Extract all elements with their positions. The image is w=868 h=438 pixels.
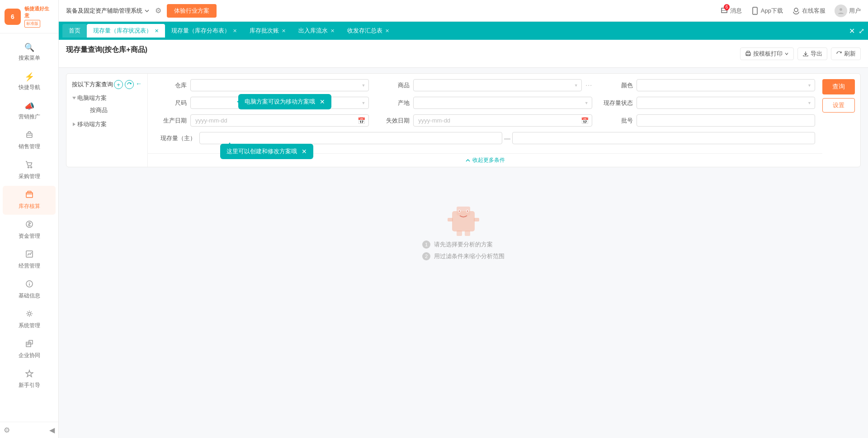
sidebar: 6 畅捷通好生意 标准版 🔍 搜索菜单 ⚡ 快捷导航 📣 营销推广 (0, 0, 59, 438)
scheme-add-btn[interactable]: + (114, 80, 123, 89)
megaphone-icon: 📣 (24, 101, 34, 111)
phone-icon (751, 7, 759, 15)
tab-batch-account[interactable]: 库存批次账 ✕ (243, 24, 292, 38)
topbar-actions: 按模板打印 导出 刷新 (740, 47, 861, 60)
close-all-tabs-icon[interactable]: ✕ (849, 27, 855, 35)
sidebar-item-quick-nav[interactable]: ⚡ 快捷导航 (3, 67, 56, 96)
scheme-group-pc: 电脑端方案 按商品 (66, 92, 147, 116)
triangle-icon-mobile (73, 122, 75, 126)
page-title: 现存量查询(按仓库+商品) (66, 45, 147, 55)
svg-point-30 (467, 211, 468, 212)
origin-select-wrapper (413, 97, 592, 109)
collapse-icon (465, 158, 471, 163)
stock-qty-max[interactable] (512, 132, 815, 144)
scheme-group-mobile-toggle[interactable]: 移动端方案 (66, 118, 147, 131)
template-print-btn[interactable]: 按模板打印 (740, 47, 794, 60)
batch-no-input[interactable] (637, 114, 815, 127)
produce-date-calendar-icon[interactable]: 📅 (358, 117, 365, 124)
scheme-back-btn[interactable]: ← (136, 80, 142, 89)
settings-gear-icon[interactable]: ⚙ (155, 6, 161, 15)
system-selector[interactable]: 装备及固定资产辅助管理系统 (66, 7, 150, 15)
tab-close-inventory-status[interactable]: ✕ (155, 28, 159, 34)
refresh-btn[interactable]: 刷新 (831, 47, 861, 60)
scheme-refresh-btn[interactable] (125, 80, 134, 89)
sidebar-item-search[interactable]: 🔍 搜索菜单 (3, 38, 56, 66)
tab-close-inventory-dist[interactable]: ✕ (233, 28, 237, 34)
tab-home[interactable]: 首页 (62, 24, 87, 38)
sidebar-settings-icon[interactable]: ⚙ (4, 426, 10, 434)
svg-rect-32 (474, 218, 479, 221)
svg-rect-23 (747, 51, 750, 52)
sidebar-item-marketing[interactable]: 📣 营销推广 (3, 97, 56, 125)
produce-date-field: 生产日期 📅 (155, 114, 369, 127)
produce-date-input[interactable] (190, 114, 369, 127)
online-service-item[interactable]: 在线客服 (792, 7, 826, 15)
info-icon (25, 280, 33, 290)
produce-date-wrapper: 📅 (190, 114, 369, 127)
stock-status-label: 现存量状态 (601, 99, 633, 107)
headset-icon (792, 7, 800, 15)
industry-btn[interactable]: 体验行业方案 (167, 4, 217, 18)
user-item[interactable]: 用户 (835, 5, 861, 17)
expire-date-label: 失效日期 (378, 117, 410, 125)
query-btn[interactable]: 查询 (822, 79, 855, 94)
sidebar-item-guide[interactable]: 新手引导 (3, 365, 56, 394)
scheme-panel-actions: + ← (114, 80, 142, 89)
create-tooltip-close[interactable]: ✕ (302, 148, 307, 155)
sidebar-item-finance[interactable]: 资金管理 (3, 216, 56, 245)
svg-rect-6 (26, 193, 33, 198)
product-dots-icon[interactable]: ··· (585, 80, 592, 90)
tab-recv-summary[interactable]: 收发存汇总表 ✕ (341, 24, 396, 38)
stock-qty-min[interactable] (199, 132, 502, 144)
tabs-controls: ✕ ⤢ (849, 27, 864, 35)
scheme-tooltip-close[interactable]: ✕ (320, 98, 325, 105)
logo-icon: 6 (5, 9, 21, 25)
warehouse-field: 仓库 (155, 79, 369, 91)
main-content: 装备及固定资产辅助管理系统 ⚙ 体验行业方案 消息 6 App下载 (59, 0, 868, 438)
tab-inventory-status[interactable]: 现存量（库存状况表） ✕ (87, 24, 165, 38)
scheme-child-warehouse[interactable]: 按商品 (77, 104, 147, 116)
refresh-small-icon (127, 82, 132, 87)
color-select[interactable] (637, 79, 815, 91)
setting-btn[interactable]: 设置 (822, 98, 855, 113)
tab-in-out-flow[interactable]: 出入库流水 ✕ (292, 24, 341, 38)
sidebar-collapse-icon[interactable]: ◀ (49, 426, 55, 434)
tab-close-recv-summary[interactable]: ✕ (385, 28, 389, 34)
color-select-wrapper (637, 79, 815, 91)
cart-icon (25, 160, 33, 171)
scheme-tooltip-text: 电脑方案可设为移动方案哦 (245, 98, 315, 106)
sidebar-item-sales[interactable]: 销售管理 (3, 126, 56, 155)
svg-point-20 (794, 8, 798, 12)
expire-date-input[interactable] (413, 114, 592, 127)
origin-label: 产地 (378, 99, 410, 107)
app-download-item[interactable]: App下载 (751, 7, 783, 15)
scheme-group-pc-toggle[interactable]: 电脑端方案 (66, 92, 147, 104)
sidebar-item-system[interactable]: 系统管理 (3, 305, 56, 334)
expire-date-calendar-icon[interactable]: 📅 (581, 117, 589, 124)
star-icon (25, 369, 33, 380)
export-btn[interactable]: 导出 (797, 47, 827, 60)
product-select[interactable] (413, 79, 581, 91)
empty-step-1: 1 请先选择要分析的方案 (422, 240, 505, 249)
stock-status-select[interactable] (637, 97, 815, 109)
color-field: 颜色 (601, 79, 815, 91)
product-select-wrapper (413, 79, 581, 91)
sidebar-item-basic-info[interactable]: 基础信息 (3, 275, 56, 304)
tab-inventory-dist[interactable]: 现存量（库存分布表） ✕ (165, 24, 243, 38)
sidebar-item-inventory[interactable]: 库存核算 (3, 186, 56, 215)
origin-field: 产地 (378, 97, 592, 109)
warehouse-select[interactable] (190, 79, 369, 91)
svg-rect-31 (448, 218, 453, 221)
tab-close-batch-account[interactable]: ✕ (282, 28, 286, 34)
filter-form-area: 仓库 商品 (148, 74, 822, 167)
message-icon-item[interactable]: 消息 6 (720, 7, 742, 15)
sidebar-item-operations[interactable]: 经营管理 (3, 245, 56, 274)
color-label: 颜色 (601, 81, 633, 89)
sidebar-item-purchase[interactable]: 采购管理 (3, 156, 56, 185)
origin-select[interactable] (413, 97, 592, 109)
svg-text:6: 6 (11, 13, 14, 20)
sidebar-item-enterprise[interactable]: 企业协同 (3, 335, 56, 364)
product-label: 商品 (378, 81, 410, 89)
maximize-icon[interactable]: ⤢ (859, 27, 864, 35)
tab-close-in-out-flow[interactable]: ✕ (330, 28, 335, 34)
